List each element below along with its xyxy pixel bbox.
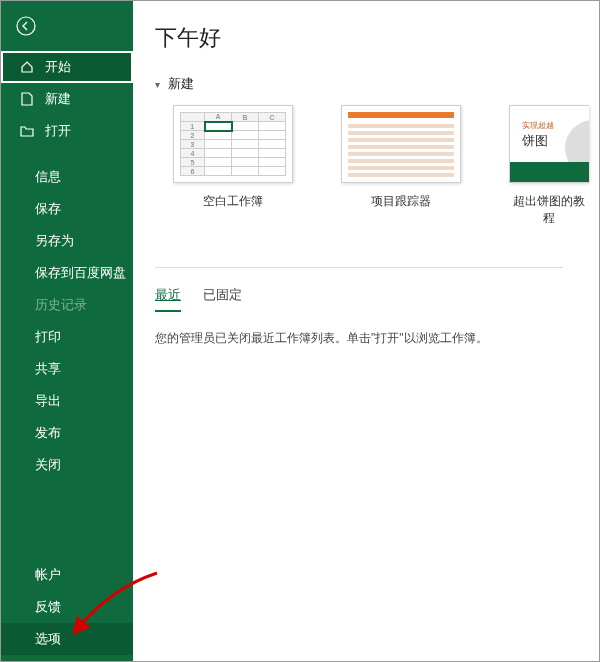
tab-recent[interactable]: 最近 [155, 286, 181, 312]
sidebar-item-save[interactable]: 保存 [1, 193, 133, 225]
sidebar-item-options[interactable]: 选项 [1, 623, 133, 655]
sidebar-item-info[interactable]: 信息 [1, 161, 133, 193]
sidebar-item-new[interactable]: 新建 [1, 83, 133, 115]
template-pie-tutorial[interactable]: 实现超越 饼图 超出饼图的教程 [509, 105, 589, 227]
template-thumb: ABC 1 2 3 4 5 6 [173, 105, 293, 183]
sidebar-item-open[interactable]: 打开 [1, 115, 133, 147]
template-blank-workbook[interactable]: ABC 1 2 3 4 5 6 空白工作簿 [173, 105, 293, 227]
sidebar-item-home[interactable]: 开始 [1, 51, 133, 83]
recent-disabled-message: 您的管理员已关闭最近工作簿列表。单击"打开"以浏览工作簿。 [155, 330, 599, 347]
sidebar-item-share[interactable]: 共享 [1, 353, 133, 385]
tab-pinned[interactable]: 已固定 [203, 286, 242, 312]
sidebar-item-close[interactable]: 关闭 [1, 449, 133, 481]
folder-icon [19, 125, 35, 137]
svg-point-0 [17, 17, 35, 35]
recent-tabs: 最近 已固定 [155, 286, 599, 312]
sidebar-item-label: 开始 [45, 58, 71, 76]
sidebar-item-feedback[interactable]: 反馈 [1, 591, 133, 623]
sidebar-secondary: 信息 保存 另存为 保存到百度网盘 历史记录 打印 共享 导出 发布 关闭 [1, 161, 133, 481]
template-label: 项目跟踪器 [371, 193, 431, 210]
back-button[interactable] [9, 9, 43, 43]
sidebar-item-export[interactable]: 导出 [1, 385, 133, 417]
divider [155, 267, 563, 268]
sidebar-item-print[interactable]: 打印 [1, 321, 133, 353]
greeting-title: 下午好 [155, 23, 599, 53]
template-thumb [341, 105, 461, 183]
sidebar-bottom: 帐户 反馈 选项 [1, 559, 133, 661]
new-section-label: 新建 [168, 75, 194, 93]
sidebar-item-history: 历史记录 [1, 289, 133, 321]
sidebar-item-label: 新建 [45, 90, 71, 108]
doc-icon [19, 92, 35, 106]
sidebar-item-label: 打开 [45, 122, 71, 140]
backstage-view: 开始 新建 打开 信息 保存 另存为 保存到百度网盘 历史记录 打印 共享 导出… [0, 0, 600, 662]
new-section-header[interactable]: ▾ 新建 [155, 75, 599, 93]
template-label: 超出饼图的教程 [509, 193, 589, 227]
template-gallery: ABC 1 2 3 4 5 6 空白工作簿 项目跟踪器 [173, 105, 599, 227]
sidebar-item-publish[interactable]: 发布 [1, 417, 133, 449]
sidebar-item-saveas[interactable]: 另存为 [1, 225, 133, 257]
template-project-tracker[interactable]: 项目跟踪器 [341, 105, 461, 227]
home-icon [19, 60, 35, 74]
sidebar-item-save-baidu[interactable]: 保存到百度网盘 [1, 257, 133, 289]
template-thumb: 实现超越 饼图 [509, 105, 589, 183]
chevron-down-icon: ▾ [155, 79, 160, 90]
sidebar-item-account[interactable]: 帐户 [1, 559, 133, 591]
main-panel: 下午好 ▾ 新建 ABC 1 2 3 4 5 6 空白工作簿 [133, 1, 599, 661]
sidebar: 开始 新建 打开 信息 保存 另存为 保存到百度网盘 历史记录 打印 共享 导出… [1, 1, 133, 661]
sidebar-primary: 开始 新建 打开 [1, 51, 133, 147]
template-label: 空白工作簿 [203, 193, 263, 210]
